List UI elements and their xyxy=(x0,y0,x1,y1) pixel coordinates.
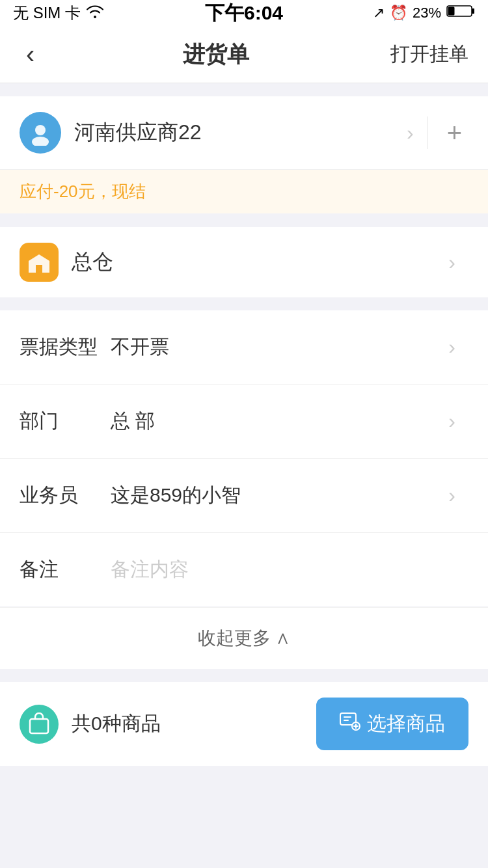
warehouse-chevron-icon: › xyxy=(448,251,455,275)
remark-input[interactable]: 备注内容 xyxy=(111,556,468,583)
salesperson-label: 业务员 xyxy=(20,482,111,509)
warehouse-section: 总仓 › xyxy=(0,227,488,297)
add-supplier-button[interactable]: + xyxy=(441,118,468,148)
divider-1 xyxy=(0,213,488,226)
page-title: 进货单 xyxy=(183,40,249,70)
department-row[interactable]: 部门 总 部 › xyxy=(0,385,488,459)
open-pending-button[interactable]: 打开挂单 xyxy=(390,41,468,68)
nav-bar: ‹ 进货单 打开挂单 xyxy=(0,26,488,83)
salesperson-chevron-icon: › xyxy=(448,483,455,508)
supplier-avatar xyxy=(20,112,61,154)
svg-point-3 xyxy=(35,125,46,135)
product-icon xyxy=(20,705,59,744)
svg-rect-1 xyxy=(472,8,474,14)
collapse-button[interactable]: 收起更多 ∧ xyxy=(0,607,488,669)
top-divider xyxy=(0,83,488,96)
svg-rect-6 xyxy=(30,719,48,733)
notice-bar: 应付-20元，现结 xyxy=(0,170,488,213)
back-button[interactable]: ‹ xyxy=(20,33,41,75)
supplier-chevron-icon: › xyxy=(407,121,414,145)
svg-rect-5 xyxy=(36,265,42,273)
warehouse-icon xyxy=(20,243,59,282)
select-product-label: 选择商品 xyxy=(367,711,445,737)
salesperson-value: 这是859的小智 xyxy=(111,482,448,509)
supplier-section: 河南供应商22 › + 应付-20元，现结 xyxy=(0,96,488,213)
bottom-section: 共0种商品 选择商品 xyxy=(0,682,488,766)
battery-label: 23% xyxy=(413,5,441,21)
invoice-chevron-icon: › xyxy=(448,335,455,359)
status-left: 无 SIM 卡 xyxy=(13,3,104,23)
supplier-name: 河南供应商22 xyxy=(74,118,407,147)
remark-label: 备注 xyxy=(20,556,111,583)
notice-text: 应付-20元，现结 xyxy=(20,182,146,201)
collapse-label: 收起更多 ∧ xyxy=(198,626,291,651)
select-product-icon xyxy=(340,712,360,735)
select-product-button[interactable]: 选择商品 xyxy=(316,698,468,750)
svg-rect-2 xyxy=(448,7,455,16)
department-value: 总 部 xyxy=(111,408,448,435)
status-right: ↗ ⏰ 23% xyxy=(373,4,475,22)
salesperson-row[interactable]: 业务员 这是859的小智 › xyxy=(0,459,488,533)
warehouse-row[interactable]: 总仓 › xyxy=(0,227,488,297)
invoice-label: 票据类型 xyxy=(20,334,111,360)
svg-point-4 xyxy=(32,137,49,146)
supplier-row[interactable]: 河南供应商22 › + xyxy=(0,96,488,170)
invoice-row[interactable]: 票据类型 不开票 › xyxy=(0,310,488,385)
status-bar: 无 SIM 卡 下午6:04 ↗ ⏰ 23% xyxy=(0,0,488,26)
carrier-label: 无 SIM 卡 xyxy=(13,3,81,23)
alarm-icon: ⏰ xyxy=(390,5,407,21)
product-count-label: 共0种商品 xyxy=(72,711,316,737)
remark-row[interactable]: 备注 备注内容 xyxy=(0,533,488,606)
department-label: 部门 xyxy=(20,408,111,435)
invoice-value: 不开票 xyxy=(111,334,448,360)
status-time: 下午6:04 xyxy=(205,0,283,27)
supplier-divider xyxy=(427,116,427,149)
department-chevron-icon: › xyxy=(448,409,455,433)
warehouse-name: 总仓 xyxy=(72,248,448,277)
location-icon: ↗ xyxy=(373,5,385,21)
battery-icon xyxy=(446,4,475,22)
form-section: 票据类型 不开票 › 部门 总 部 › 业务员 这是859的小智 › 备注 备注… xyxy=(0,310,488,606)
wifi-icon xyxy=(86,4,104,22)
